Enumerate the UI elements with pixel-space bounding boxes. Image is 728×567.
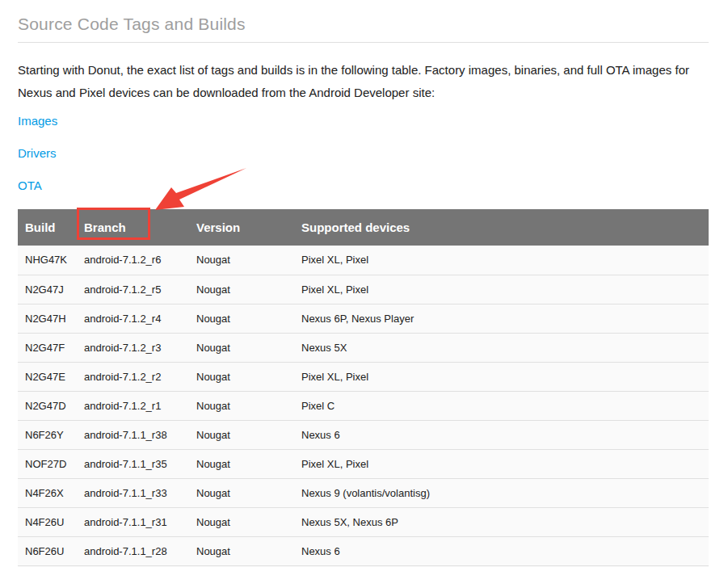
cell-build: NHG47K: [18, 246, 77, 275]
builds-table: Build Branch Version Supported devices N…: [18, 209, 709, 567]
cell-build: N4F26X: [18, 478, 77, 507]
table-row: NOF27D android-7.1.1_r35 Nougat Pixel XL…: [18, 449, 709, 478]
title-divider: [18, 42, 709, 43]
cell-version: Nougat: [189, 536, 294, 565]
cell-version: Nougat: [189, 507, 294, 536]
table-row: N4F26X android-7.1.1_r33 Nougat Nexus 9 …: [18, 478, 709, 507]
cell-version: Nougat: [189, 420, 294, 449]
drivers-link[interactable]: Drivers: [18, 146, 57, 160]
link-row-ota: OTA: [18, 178, 709, 193]
content-area: Source Code Tags and Builds Starting wit…: [0, 14, 728, 567]
cell-devices: Nexus 9 (volantis/volantisg): [294, 478, 709, 507]
cell-branch: android-7.1.2_r5: [77, 275, 189, 304]
column-header-version: Version: [189, 209, 294, 246]
cell-devices: Pixel XL, Pixel: [294, 246, 709, 275]
cell-devices: Pixel XL, Pixel: [294, 362, 709, 391]
page-title: Source Code Tags and Builds: [18, 14, 709, 34]
cell-branch: android-7.1.1_r38: [77, 420, 189, 449]
cell-branch: android-7.1.1_r35: [77, 449, 189, 478]
cell-build: N6F26Y: [18, 420, 77, 449]
column-header-branch: Branch: [77, 209, 189, 246]
cell-build: N2G47D: [18, 391, 77, 420]
table-header-row: Build Branch Version Supported devices: [18, 209, 709, 246]
cell-build: N2G47J: [18, 275, 77, 304]
link-row-images: Images: [18, 114, 709, 128]
cell-branch: android-7.1.1_r33: [77, 478, 189, 507]
images-link[interactable]: Images: [18, 114, 57, 128]
cell-branch: android-7.1.1_r31: [77, 507, 189, 536]
cell-version: Nougat: [189, 449, 294, 478]
cell-branch: android-7.1.2_r4: [77, 304, 189, 333]
cell-build: N2G47F: [18, 333, 77, 362]
cell-devices: Nexus 5X: [294, 333, 709, 362]
cell-version: Nougat: [189, 333, 294, 362]
column-header-build: Build: [18, 209, 77, 246]
cell-build: N2G47H: [18, 304, 77, 333]
table-row: N2G47F android-7.1.2_r3 Nougat Nexus 5X: [18, 333, 709, 362]
cell-devices: Pixel XL, Pixel: [294, 275, 709, 304]
table-row: N6F26Y android-7.1.1_r38 Nougat Nexus 6: [18, 420, 709, 449]
cell-devices: Nexus 6: [294, 420, 709, 449]
cell-devices: Nexus 6: [294, 536, 709, 565]
column-header-devices: Supported devices: [294, 209, 709, 246]
cell-devices: Nexus 6P, Nexus Player: [294, 304, 709, 333]
table-row: NHG47K android-7.1.2_r6 Nougat Pixel XL,…: [18, 246, 709, 275]
cell-branch: android-7.1.2_r1: [77, 391, 189, 420]
cell-build: N4F26U: [18, 507, 77, 536]
cell-branch: android-7.1.2_r6: [77, 246, 189, 275]
cell-version: Nougat: [189, 304, 294, 333]
ota-link[interactable]: OTA: [18, 178, 42, 192]
document-page: Source Code Tags and Builds Starting wit…: [0, 0, 728, 567]
cell-devices: Nexus 5X, Nexus 6P: [294, 507, 709, 536]
cell-build: N6F26U: [18, 536, 77, 565]
cell-build: N2G47E: [18, 362, 77, 391]
cell-branch: android-7.1.2_r3: [77, 333, 189, 362]
table-row: N2G47E android-7.1.2_r2 Nougat Pixel XL,…: [18, 362, 709, 391]
column-header-branch-label: Branch: [84, 220, 126, 234]
cell-devices: Pixel XL, Pixel: [294, 449, 709, 478]
table-row: N4F26U android-7.1.1_r31 Nougat Nexus 5X…: [18, 507, 709, 536]
cell-branch: android-7.1.2_r2: [77, 362, 189, 391]
table-row: N2G47H android-7.1.2_r4 Nougat Nexus 6P,…: [18, 304, 709, 333]
table-row: N6F26U android-7.1.1_r28 Nougat Nexus 6: [18, 536, 709, 565]
cell-version: Nougat: [189, 478, 294, 507]
cell-version: Nougat: [189, 246, 294, 275]
cell-version: Nougat: [189, 362, 294, 391]
cell-version: Nougat: [189, 275, 294, 304]
intro-paragraph: Starting with Donut, the exact list of t…: [18, 59, 709, 104]
cell-version: Nougat: [189, 391, 294, 420]
cell-build: NOF27D: [18, 449, 77, 478]
link-row-drivers: Drivers: [18, 146, 709, 161]
table-row: N2G47J android-7.1.2_r5 Nougat Pixel XL,…: [18, 275, 709, 304]
table-row: N2G47D android-7.1.2_r1 Nougat Pixel C: [18, 391, 709, 420]
cell-branch: android-7.1.1_r28: [77, 536, 189, 565]
cell-devices: Pixel C: [294, 391, 709, 420]
